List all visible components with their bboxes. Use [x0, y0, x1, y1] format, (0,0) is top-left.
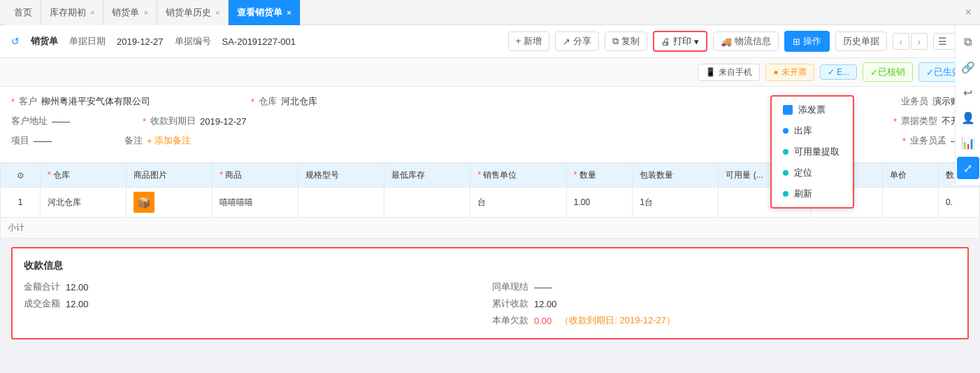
dropdown-add-invoice[interactable]: 添发票 [772, 99, 853, 120]
tab-home[interactable]: 首页 [6, 0, 41, 25]
cumulative-value: 12.00 [534, 299, 557, 309]
confirm-label: ✓ E... [828, 67, 849, 77]
col-settings[interactable]: ⚙ [1, 164, 41, 188]
same-order-row: 同单现结 —— [492, 281, 956, 293]
phone-icon: 📱 [705, 67, 716, 77]
cumulative-label: 累计收款 [492, 297, 528, 310]
cumulative-row: 累计收款 12.00 [492, 297, 956, 310]
sidebar-link-icon[interactable]: 🔗 [957, 56, 979, 78]
payment-info-title: 收款信息 [24, 260, 956, 272]
from-phone-button[interactable]: 📱 来自手机 [698, 64, 760, 81]
tab-sales-close[interactable]: × [143, 8, 147, 17]
payment-note: （收款到期日: 2019-12-27） [560, 314, 675, 327]
cell-sales-unit: 台 [470, 188, 566, 218]
add-note-button[interactable]: + 添加备注 [147, 134, 191, 147]
next-arrow[interactable]: › [911, 33, 928, 50]
available-qty-label: 可用量提取 [794, 146, 840, 158]
tab-sales-history[interactable]: 销货单历史 × [157, 0, 229, 25]
add-invoice-label: 添发票 [798, 104, 826, 116]
cancelled-label: 已核销 [878, 66, 905, 78]
share-button[interactable]: ↗ 分享 [555, 31, 599, 51]
tab-bar: 首页 库存期初 × 销货单 × 销货单历史 × 查看销货单 × × [0, 0, 980, 25]
copy-icon: ⧉ [612, 36, 619, 47]
balance-row: 本单欠款 0.00 （收款到期日: 2019-12-27） [492, 314, 956, 327]
print-dropdown-icon: ▾ [694, 36, 699, 47]
doc-type-icon: ↺ [11, 36, 20, 47]
col-product-img: 商品图片 [127, 164, 212, 188]
dropdown-refresh[interactable]: 刷新 [772, 183, 853, 204]
sidebar-expand-icon[interactable]: ⤢ [957, 157, 979, 179]
product-image: 📦 [134, 192, 154, 213]
col-spec: 规格型号 [298, 164, 384, 188]
transaction-value: 12.00 [66, 299, 89, 309]
date-value: 2019-12-27 [117, 36, 164, 47]
share-label: 分享 [573, 35, 591, 48]
available-qty-icon [783, 149, 788, 155]
history-button[interactable]: 历史单据 [835, 31, 887, 51]
same-order-value: —— [534, 282, 552, 293]
logistics-button[interactable]: 🚚 物流信息 [713, 31, 779, 51]
logistics-icon: 🚚 [721, 36, 732, 47]
payment-info: 收款信息 金额合计 12.00 成交金额 12.00 同单现结 —— [11, 247, 969, 339]
dropdown-outbound[interactable]: 出库 [772, 120, 853, 141]
dropdown-locate[interactable]: 定位 [772, 162, 853, 183]
date-label: 单据日期 [69, 35, 106, 48]
cell-quantity: 1.00 [566, 188, 633, 218]
customer-required: * [11, 97, 15, 107]
ops-icon: ⊞ [793, 36, 800, 47]
cell-warehouse: 河北仓库 [41, 188, 127, 218]
share-icon: ↗ [563, 36, 570, 47]
tab-view-sales-close[interactable]: × [287, 8, 291, 17]
doc-type-label: 销货单 [31, 35, 58, 48]
tab-view-sales[interactable]: 查看销货单 × [229, 0, 300, 25]
sidebar-copy-icon[interactable]: ⧉ [957, 31, 979, 53]
dropdown-available-qty[interactable]: 可用量提取 [772, 141, 853, 162]
outbound-label: 出库 [794, 125, 812, 137]
total-amount-row: 金额合计 12.00 [24, 281, 488, 293]
copy-button[interactable]: ⧉ 复制 [605, 31, 647, 51]
check-icon: ✓ [870, 67, 878, 78]
customer-label: 客户 [19, 95, 37, 108]
tab-inventory[interactable]: 库存期初 × [41, 0, 103, 25]
tab-sales[interactable]: 销货单 × [103, 0, 157, 25]
warehouse-label: 仓库 [259, 95, 277, 108]
project-label: 项目 [11, 134, 29, 147]
prev-arrow[interactable]: ‹ [893, 33, 909, 50]
info-grid: 金额合计 12.00 成交金额 12.00 同单现结 —— 累计收款 [24, 281, 956, 327]
transaction-label: 成交金额 [24, 297, 60, 310]
product-img-icon: 📦 [137, 196, 151, 209]
warehouse-required: * [251, 97, 254, 107]
ticket-required: * [893, 116, 897, 127]
payment-date-required: * [143, 116, 146, 127]
warehouse-field: * 仓库 河北仓库 [251, 95, 317, 108]
address-field: 客户地址 —— [11, 115, 70, 127]
sidebar-user-icon[interactable]: 👤 [957, 106, 979, 129]
print-button[interactable]: 🖨 打印 ▾ [653, 31, 707, 52]
cancelled-badge[interactable]: ✓ 已核销 [863, 62, 913, 82]
confirm-button[interactable]: ✓ E... [820, 64, 857, 80]
main-content: ↺ 销货单 单据日期 2019-12-27 单据编号 SA-20191227-0… [0, 25, 980, 373]
not-open-icon: ● [773, 67, 778, 77]
balance-value: 0.00 [534, 316, 552, 326]
logistics-label: 物流信息 [735, 35, 771, 48]
ops-dropdown: 添发票 出库 可用量提取 定位 刷新 [770, 95, 854, 209]
new-button[interactable]: + 新增 [508, 31, 549, 51]
ops-button[interactable]: ⊞ 操作 [784, 31, 830, 52]
from-phone-label: 来自手机 [719, 66, 752, 78]
tab-home-label: 首页 [14, 6, 32, 19]
project-value: —— [34, 136, 52, 146]
tab-sales-history-close[interactable]: × [215, 8, 219, 17]
global-close-icon[interactable]: × [965, 6, 972, 19]
tab-inventory-close[interactable]: × [90, 8, 94, 17]
cell-min-stock [384, 188, 470, 218]
sidebar-back-icon[interactable]: ↩ [957, 81, 979, 104]
not-open-button[interactable]: ● 未开票 [765, 64, 814, 81]
print-icon: 🖨 [661, 36, 670, 47]
toolbar: + 新增 ↗ 分享 ⧉ 复制 🖨 打印 ▾ 🚚 物流信息 [508, 31, 969, 52]
col-unit-price: 单价 [882, 164, 938, 188]
subtotal-row: 小计 [1, 218, 980, 239]
cell-unit-price [882, 188, 938, 218]
list-view-btn[interactable]: ☰ [934, 34, 951, 49]
sub-toolbar: 📱 来自手机 ● 未开票 ✓ E... ✓ 已核销 ✓ 已生效 [0, 58, 980, 87]
sidebar-chart-icon[interactable]: 📊 [957, 132, 979, 154]
